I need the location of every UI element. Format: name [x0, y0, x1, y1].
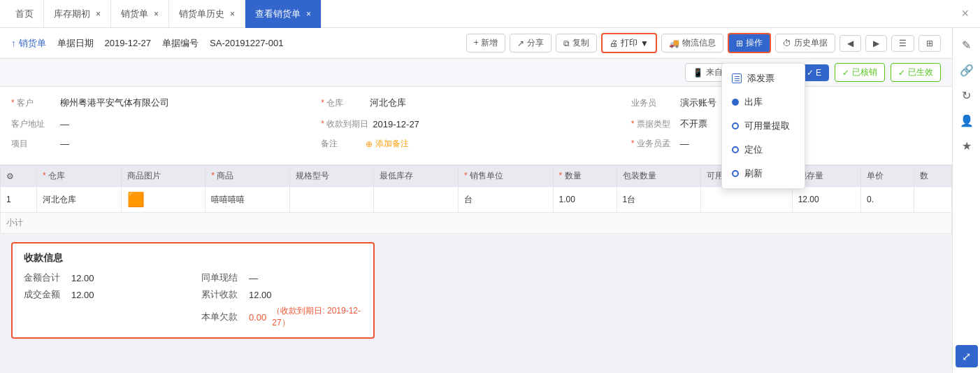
- col-unit: 销售单位: [459, 166, 554, 187]
- total-row: 金额合计 12.00: [24, 272, 185, 284]
- refresh-sidebar-icon[interactable]: ↻: [956, 84, 978, 106]
- tab-sales-close[interactable]: ×: [154, 9, 159, 19]
- operations-icon: ⊞: [736, 38, 743, 48]
- out-warehouse-label: 出库: [744, 96, 763, 108]
- cell-stock: 12.00: [792, 187, 860, 213]
- total-label: 金额合计: [24, 272, 66, 284]
- col-product: 商品: [206, 166, 290, 187]
- tab-view-sales[interactable]: 查看销货单 ×: [245, 0, 322, 28]
- tab-sales-order[interactable]: 销货单 ×: [111, 0, 169, 28]
- number-label: 单据编号: [162, 37, 199, 50]
- add-note-button[interactable]: ⊕ 添加备注: [366, 138, 409, 150]
- operations-button[interactable]: ⊞ 操作: [728, 33, 771, 53]
- logistics-button[interactable]: 🚚 物流信息: [661, 34, 723, 52]
- cumulative-label: 累计收款: [201, 288, 243, 301]
- customer-field: 客户 柳州粤港平安气体有限公司: [11, 95, 321, 111]
- warehouse-field: 仓库 河北仓库: [321, 95, 630, 111]
- address-label: 客户地址: [11, 118, 56, 130]
- grid-view-button[interactable]: ⊞: [918, 35, 941, 52]
- project-label: 项目: [11, 138, 56, 150]
- tab-inventory-label: 库存期初: [54, 8, 90, 20]
- balance-row: 本单欠款 0.00 （收款到期日: 2019-12-27）: [201, 305, 362, 329]
- payment-date-field: 收款到期日 2019-12-27: [321, 118, 630, 131]
- next-button[interactable]: ▶: [865, 35, 887, 52]
- cell-quantity: 1.00: [553, 187, 617, 213]
- col-warehouse: 仓库: [36, 166, 121, 187]
- table-row[interactable]: 1 河北仓库 🟧 嘻嘻嘻嘻 台 1.00 1台 12.00 0.: [1, 187, 952, 213]
- col-settings: ⚙: [1, 166, 37, 187]
- tab-home-label: 首页: [15, 8, 34, 20]
- user-sidebar-icon[interactable]: 👤: [956, 109, 978, 132]
- tab-view-label: 查看销货单: [255, 8, 301, 20]
- window-close[interactable]: ×: [956, 6, 974, 21]
- subtotal-label: 小计: [1, 213, 952, 234]
- copy-label: 复制: [572, 37, 589, 49]
- balance-value: 0.00: [249, 312, 266, 323]
- share-icon: ↗: [517, 38, 524, 48]
- subtotal-row: 小计: [1, 213, 952, 234]
- cancelled-button[interactable]: ✓ 已核销: [835, 63, 885, 82]
- effective-button[interactable]: ✓ 已生效: [891, 63, 941, 82]
- logistics-icon: 🚚: [669, 38, 679, 48]
- address-field: 客户地址 —: [11, 118, 321, 131]
- copy-icon: ⧉: [563, 38, 570, 48]
- available-qty-item[interactable]: 可用量提取: [722, 114, 805, 138]
- note-label: 备注: [321, 138, 366, 150]
- staff2-value: —: [676, 137, 693, 150]
- add-invoice-label: 添发票: [747, 72, 774, 85]
- print-button[interactable]: 🖨 打印 ▼: [601, 33, 657, 53]
- payment-date-value: 2019-12-27: [368, 118, 424, 131]
- tab-history-close[interactable]: ×: [230, 9, 235, 19]
- summary-box: 收款信息 金额合计 12.00 同单现结 — 成交金额 12.00 累计收款 1…: [11, 242, 375, 339]
- address-value: —: [56, 118, 73, 131]
- locate-icon: [732, 146, 739, 153]
- history-button[interactable]: ⏱ 历史单据: [775, 34, 835, 52]
- col-spec: 规格型号: [289, 166, 374, 187]
- tab-history-label: 销货单历史: [179, 8, 224, 20]
- cell-spec: [289, 187, 374, 213]
- tab-home[interactable]: 首页: [6, 0, 44, 28]
- expand-sidebar-icon[interactable]: ⤢: [956, 345, 978, 367]
- refresh-item[interactable]: 刷新: [722, 162, 805, 185]
- col-min-stock: 最低库存: [374, 166, 459, 187]
- tab-inventory-init[interactable]: 库存期初 ×: [44, 0, 111, 28]
- out-warehouse-icon: [732, 99, 739, 106]
- available-qty-icon: [732, 122, 739, 129]
- prev-button[interactable]: ◀: [840, 35, 861, 52]
- doc-header: ↑ 销货单 单据日期 2019-12-27 单据编号 SA-20191227-0…: [0, 28, 952, 59]
- add-note-label: 添加备注: [375, 138, 409, 150]
- main-content: ↑ 销货单 单据日期 2019-12-27 单据编号 SA-20191227-0…: [0, 28, 952, 373]
- note-field: 备注 ⊕ 添加备注: [321, 138, 630, 150]
- product-table: ⚙ 仓库 商品图片 商品 规格型号 最低库存 销售单位 数量 包装数量 可用量 …: [0, 165, 952, 234]
- new-button[interactable]: + 新增: [466, 34, 505, 52]
- total-value: 12.00: [71, 273, 94, 283]
- transaction-value: 12.00: [71, 290, 94, 300]
- plus-icon: ⊕: [366, 139, 373, 149]
- link-sidebar-icon[interactable]: 🔗: [956, 59, 978, 81]
- tab-sales-history[interactable]: 销货单历史 ×: [169, 0, 245, 28]
- star-sidebar-icon[interactable]: ★: [956, 134, 978, 157]
- staff2-label: 业务员孟: [631, 138, 676, 150]
- col-product-img: 商品图片: [121, 166, 206, 187]
- history-icon: ⏱: [783, 38, 791, 48]
- out-warehouse-item[interactable]: 出库: [722, 90, 805, 114]
- payment-date-label: 收款到期日: [321, 118, 368, 130]
- locate-item[interactable]: 定位: [722, 138, 805, 162]
- tab-inventory-close[interactable]: ×: [96, 9, 101, 19]
- copy-button[interactable]: ⧉ 复制: [556, 34, 597, 52]
- tab-view-close[interactable]: ×: [306, 9, 311, 19]
- cumulative-row: 累计收款 12.00: [201, 288, 362, 301]
- effective-label: 已生效: [908, 66, 933, 78]
- list-view-button[interactable]: ☰: [891, 35, 914, 52]
- add-invoice-item[interactable]: ☰ 添发票: [722, 66, 805, 90]
- staff-value: 演示账号: [676, 95, 721, 111]
- cell-extra: [914, 187, 952, 213]
- product-image: 🟧: [127, 192, 145, 207]
- share-button[interactable]: ↗ 分享: [510, 34, 552, 52]
- transaction-label: 成交金额: [24, 288, 66, 301]
- doc-title-label: 销货单: [19, 37, 46, 50]
- edit-sidebar-icon[interactable]: ✎: [956, 34, 978, 56]
- project-value: —: [56, 137, 73, 150]
- summary-grid: 金额合计 12.00 同单现结 — 成交金额 12.00 累计收款 12.00 …: [24, 272, 362, 329]
- cell-unit: 台: [459, 187, 554, 213]
